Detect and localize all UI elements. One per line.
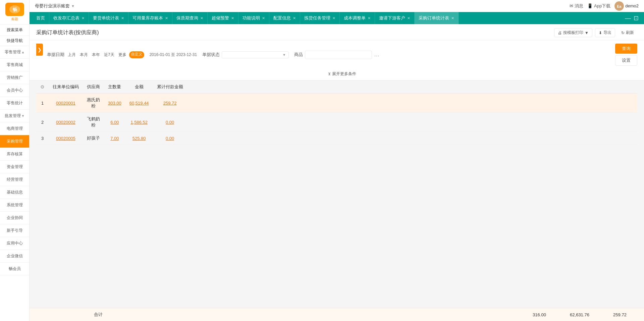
cell-code: 00020001 [49,94,83,113]
sidebar-item-wechat[interactable]: 企业微信 [0,250,29,263]
date-filter-label: 单据日期 [47,52,64,58]
tab-home[interactable]: 首页 [32,12,49,24]
code-link[interactable]: 00020002 [56,120,75,125]
sidebar-item-marketing[interactable]: 营销推广 [0,71,29,84]
date-custom-badge[interactable]: 自定义 [129,51,144,58]
sidebar-item-retail-mall[interactable]: 零售商城 [0,59,29,71]
close-icon[interactable]: ✕ [332,16,335,20]
tab-receivables[interactable]: 收发存汇总表 ✕ [49,12,89,24]
column-settings-icon[interactable]: ⚙ [40,84,45,90]
tab-invite-customer[interactable]: 邀请下游客户 ✕ [375,12,415,24]
close-icon[interactable]: ✕ [231,16,234,20]
cell-amount: 1,586.52 [125,113,153,132]
tab-features[interactable]: 功能说明 ✕ [238,12,269,24]
close-icon[interactable]: ✕ [407,16,410,20]
query-button[interactable]: 查询 [615,44,637,54]
qty-link[interactable]: 7.00 [110,136,119,141]
sidebar-item-vip[interactable]: 畅会员 [0,263,29,275]
amount-link[interactable]: 1,586.52 [130,120,148,125]
svg-text:Ea: Ea [617,4,622,8]
tab-inventory-book[interactable]: 可用量库存账本 ✕ [128,12,172,24]
app-download-button[interactable]: 📱 App下载 [587,3,610,9]
close-icon[interactable]: ✕ [368,16,371,20]
messages-button[interactable]: ✉ 消息 [570,3,583,9]
sidebar-item-inventory[interactable]: 库存核算 [0,148,29,161]
tab-config[interactable]: 配置信息 ✕ [269,12,300,24]
tab-expiry[interactable]: 保质期查询 ✕ [172,12,208,24]
print-dropdown-icon[interactable]: ▼ [585,31,589,35]
qty-link[interactable]: 303.00 [108,101,121,106]
tab-cost-adjust[interactable]: 成本调整单 ✕ [340,12,375,24]
main-area: 母婴行业演示账套 ▼ ✉ 消息 📱 App下载 Ea demo2 [30,0,644,321]
export-button[interactable]: ⬇ 导出 [595,28,615,37]
cell-qty: 6.00 [104,113,125,132]
sidebar-item-member[interactable]: 会员中心 [0,84,29,97]
amount-link[interactable]: 525.80 [132,136,146,141]
print-button[interactable]: 🖨 按模板打印 ▼ [554,28,592,37]
page-content: ⚙ 往来单位编码 供应商 主数量 金额 累计付款金额 1 00020001 惠氏… [30,81,644,321]
tab-purchase-order-stats[interactable]: 要货单统计表 ✕ [89,12,128,24]
code-link[interactable]: 00020001 [56,101,75,106]
paid-link[interactable]: 0.00 [166,136,174,141]
paid-link[interactable]: 259.72 [163,101,177,106]
status-select[interactable]: ▼ [222,51,289,58]
cell-code: 00020002 [49,113,83,132]
sidebar-item-ecommerce[interactable]: 电商管理 [0,122,29,135]
expand-more-button[interactable]: ⊻ 展开更多条件 [328,71,356,77]
logo-text: 标题 [11,17,18,21]
date-shortcut-7days[interactable]: 近7天 [103,51,116,58]
close-icon[interactable]: ✕ [82,16,85,20]
maximize-button[interactable]: ⊡ [634,14,639,22]
filter-collapse-button[interactable]: ❯ [36,44,43,56]
tab-purchase-summary[interactable]: 采购订单统计表 ✕ [415,12,459,24]
sidebar-item-basics[interactable]: 基础信息 [0,186,29,199]
date-shortcut-this-year[interactable]: 本年 [91,51,101,58]
close-icon[interactable]: ✕ [165,16,168,20]
goods-search-input[interactable] [308,52,369,57]
sidebar-item-finance[interactable]: 资金管理 [0,161,29,173]
status-select-arrow: ▼ [282,53,286,57]
user-menu[interactable]: Ea demo2 [614,1,639,11]
date-shortcut-last-month[interactable]: 上月 [66,51,77,58]
export-icon: ⬇ [599,31,602,35]
sidebar-item-operations[interactable]: 经营管理 [0,173,29,186]
phone-icon: 📱 [587,3,593,8]
cell-paid: 259.72 [153,94,187,113]
sidebar-item-newuser[interactable]: 新手引导 [0,224,29,237]
cell-supplier: 好孩子 [83,132,104,145]
minimize-button[interactable]: — [625,15,631,22]
code-link[interactable]: 00020005 [56,136,75,141]
filter-settings-button[interactable]: 设置 [615,55,637,66]
qty-link[interactable]: 6.00 [110,120,119,125]
workspace-dropdown-icon[interactable]: ▼ [71,4,75,8]
col-code: 往来单位编码 [49,81,83,94]
close-icon[interactable]: ✕ [451,16,454,20]
refresh-icon: ↻ [621,31,625,35]
tab-overstock[interactable]: 超储预警 ✕ [208,12,238,24]
close-icon[interactable]: ✕ [293,16,296,20]
refresh-button[interactable]: ↻ 刷新 [618,29,637,37]
date-shortcut-more[interactable]: 更多 [117,51,128,58]
print-icon: 🖨 [558,31,562,35]
amount-link[interactable]: 60,519.44 [129,101,149,106]
sidebar-item-purchase[interactable]: 采购管理 [0,135,29,148]
sidebar-item-quicknav[interactable]: 快捷导航 [0,36,29,46]
sidebar-item-retail-stats[interactable]: 零售统计 [0,97,29,110]
sidebar-item-wholesale[interactable]: 批发管理 ▼ [0,110,29,122]
sidebar-item-search[interactable]: 搜索菜单 [0,24,29,36]
sidebar-item-retail-mgmt[interactable]: 零售管理 ▲ [0,46,29,59]
goods-more-icon[interactable]: … [374,52,379,58]
cell-amount: 525.80 [125,132,153,145]
paid-link[interactable]: 0.00 [166,120,174,125]
sidebar-item-appcenter[interactable]: 应用中心 [0,237,29,250]
date-shortcut-this-month[interactable]: 本月 [78,51,89,58]
footer-values: 316.00 62,631.76 259.72 [499,312,640,317]
close-icon[interactable]: ✕ [262,16,265,20]
tab-picking[interactable]: 拣货任务管理 ✕ [300,12,340,24]
sidebar-item-system[interactable]: 系统管理 [0,199,29,212]
status-filter-label: 单据状态 [202,52,220,58]
cell-index: 2 [36,113,49,132]
close-icon[interactable]: ✕ [200,16,203,20]
sidebar-item-enterprise[interactable]: 企业协同 [0,212,29,224]
close-icon[interactable]: ✕ [121,16,124,20]
